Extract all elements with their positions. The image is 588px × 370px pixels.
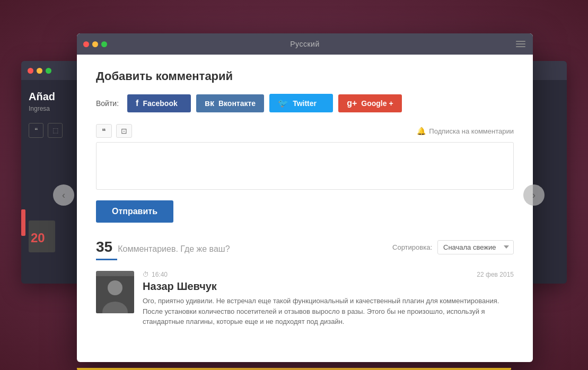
comment-avatar [96, 271, 134, 313]
comments-heading: Комментариев. Где же ваш? [118, 244, 230, 254]
vk-label: Вконтакте [218, 99, 256, 108]
right-arrow-icon: › [532, 190, 536, 201]
main-dot-green[interactable] [101, 41, 107, 47]
sort-row: Сортировка: Сначала свежие Сначала стары… [392, 240, 514, 254]
titlebar-controls [83, 41, 107, 47]
comment-textarea[interactable] [96, 142, 514, 190]
section-title: Добавить комментарий [96, 69, 514, 83]
dot-yellow [37, 68, 42, 74]
red-accent-bar [21, 209, 25, 236]
camera-icon-bg: ⬚ [48, 123, 63, 138]
window-title: Русский [290, 40, 319, 48]
google-label: Google + [361, 99, 393, 108]
comments-count: 35 [96, 239, 112, 256]
comment-author: Назар Шевчук [143, 280, 514, 293]
vk-login-button[interactable]: вк Вконтакте [196, 94, 264, 112]
main-dot-yellow[interactable] [92, 41, 98, 47]
menu-line-2 [516, 43, 525, 45]
comment-toolbar: ❝ ⊡ 🔔 Подписка на комментарии [96, 124, 514, 138]
subscribe-row[interactable]: 🔔 Подписка на комментарии [417, 127, 514, 135]
bg-number-badge: 20 [31, 231, 45, 245]
comments-count-row: 35 Комментариев. Где же ваш? [96, 239, 230, 256]
comment-text: Ого, приятно удивили. Не встречал еще та… [143, 296, 514, 327]
subscribe-label: Подписка на комментарии [429, 127, 514, 135]
vk-icon: вк [205, 99, 214, 108]
comment-date: 22 фев 2015 [477, 271, 514, 278]
avatar-svg [96, 276, 134, 313]
sort-label: Сортировка: [392, 243, 432, 251]
main-window: Русский Добавить комментарий Войти: f Fa… [77, 33, 533, 362]
comment-time-value: 16:40 [152, 271, 168, 278]
menu-line-1 [516, 41, 525, 42]
comments-header: 35 Комментариев. Где же ваш? Сортировка:… [96, 239, 514, 256]
svg-point-1 [108, 280, 122, 295]
login-row: Войти: f Facebook вк Вконтакте 🐦 Twitter… [96, 94, 514, 112]
google-login-button[interactable]: g+ Google + [338, 94, 402, 112]
sort-select[interactable]: Сначала свежие Сначала старые По популяр… [437, 240, 514, 254]
avatar-silhouette [96, 271, 134, 313]
comments-underline [96, 259, 117, 260]
comment-time: ⏱ 16:40 [143, 271, 168, 278]
quote-icon: ❝ [102, 127, 106, 135]
main-titlebar: Русский [77, 33, 533, 55]
left-arrow-icon: ‹ [62, 190, 65, 201]
toolbar-left: ❝ ⊡ [96, 124, 132, 138]
comment-meta-top: ⏱ 16:40 22 фев 2015 [143, 271, 514, 278]
login-label: Войти: [96, 99, 119, 108]
twitter-label: Twitter [293, 99, 317, 108]
twitter-icon: 🐦 [278, 98, 288, 108]
image-icon: ⊡ [121, 127, 127, 135]
menu-line-3 [516, 46, 525, 47]
dot-green [46, 68, 51, 74]
nav-arrow-right[interactable]: › [523, 184, 545, 206]
clock-icon: ⏱ [143, 271, 149, 278]
bell-icon: 🔔 [417, 127, 426, 135]
nav-arrow-left[interactable]: ‹ [53, 184, 74, 206]
facebook-login-button[interactable]: f Facebook [127, 94, 191, 112]
facebook-label: Facebook [143, 99, 177, 108]
google-icon: g+ [347, 99, 357, 108]
bg-window-controls [28, 68, 51, 74]
dot-red [28, 68, 33, 74]
bottom-accent-bar [77, 368, 511, 370]
facebook-icon: f [136, 99, 138, 108]
image-toolbar-btn[interactable]: ⊡ [116, 124, 132, 138]
titlebar-menu-icon[interactable] [516, 41, 525, 47]
main-dot-red[interactable] [83, 41, 89, 47]
main-content: Добавить комментарий Войти: f Facebook в… [77, 55, 533, 342]
comment-body: ⏱ 16:40 22 фев 2015 Назар Шевчук Ого, пр… [143, 271, 514, 327]
quote-toolbar-btn[interactable]: ❝ [96, 124, 112, 138]
comment-item: ⏱ 16:40 22 фев 2015 Назар Шевчук Ого, пр… [96, 271, 514, 327]
twitter-login-button[interactable]: 🐦 Twitter [269, 94, 333, 112]
submit-button[interactable]: Отправить [96, 200, 173, 223]
quote-icon-bg: ❝ [29, 123, 43, 138]
